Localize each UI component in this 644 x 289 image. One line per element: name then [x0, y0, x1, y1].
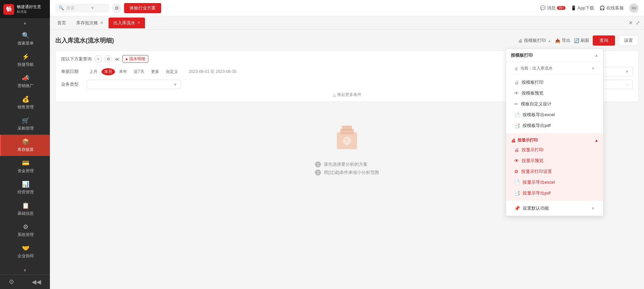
sidebar-item-inventory[interactable]: 📦 库存核算: [0, 135, 50, 156]
tab-inout-flow-close[interactable]: ✕: [137, 21, 140, 25]
empty-state-icon: ?: [330, 122, 364, 156]
sidebar-item-label: 资金管理: [18, 168, 34, 174]
empty-step-1: 1 请先选择要分析的方案: [315, 161, 379, 167]
display-print-section-icon: 🖨: [511, 138, 516, 143]
date-tab-more[interactable]: 更多: [148, 68, 162, 75]
quick-nav-icon: ⚡: [22, 53, 29, 60]
current-section: 🖨 当前：出入库流水 ▼: [506, 62, 603, 75]
date-label: 单据日期: [61, 69, 81, 75]
display-print-collapse-icon[interactable]: ▲: [594, 138, 598, 143]
sidebar-item-guide[interactable]: 🎯 新手引导: [0, 262, 50, 266]
sidebar-item-sales[interactable]: 💰 销售管理: [0, 92, 50, 113]
print-icon: 🖨: [518, 38, 523, 43]
date-tab-7days[interactable]: 近7天: [131, 68, 147, 75]
sidebar-item-label: 系统管理: [18, 232, 34, 238]
sidebar-item-label: 库存核算: [18, 147, 34, 153]
filter-tag[interactable]: ● 流水明细: [122, 55, 148, 63]
template-preview-item[interactable]: 👁 按模板预览: [506, 88, 603, 99]
template-export-pdf-item[interactable]: 📑 按模板导出pdf: [506, 120, 603, 131]
display-preview-label: 按显示预览: [522, 158, 544, 164]
display-preview-item[interactable]: 👁 按显示预览: [506, 155, 603, 166]
set-default-label: 设置默认功能: [523, 205, 549, 211]
date-tabs: 上月 本月 本年 近7天 更多 自定义: [87, 68, 181, 75]
tab-inventory-batch-close[interactable]: ✕: [100, 21, 103, 25]
step-num-2: 2: [315, 169, 321, 176]
sidebar-item-finance[interactable]: 💳 资金管理: [0, 156, 50, 177]
chevron-up-icon: △: [333, 93, 336, 97]
set-default-item[interactable]: 📌 设置默认功能 ▼: [506, 203, 603, 214]
display-print-settings-item[interactable]: ⚙ 按显示打印设置: [506, 166, 603, 177]
date-range: 2023-06-01 至 2023-06-30: [189, 69, 236, 75]
topbar-search[interactable]: 🔍 搜索 ▼: [55, 4, 109, 12]
message-action[interactable]: 💬 消息 99+: [540, 5, 565, 11]
print-btn[interactable]: 🖨 按模板打印 ▲: [518, 37, 552, 44]
date-tab-this-month[interactable]: 本月: [101, 68, 115, 75]
sidebar-item-label: 经营管理: [18, 189, 34, 195]
app-download-action[interactable]: 📱 App下载: [571, 5, 594, 11]
date-tab-this-year[interactable]: 本年: [116, 68, 130, 75]
sidebar-nav: 🔍 搜索菜单 ⚡ 快捷导航 📣 营销推广 💰 销售管理 🛒 采购管理 📦 库存核…: [0, 27, 50, 266]
tabbar: 首页 库存批次账 ✕ 出入库流水 ✕ ✕ ⤢: [50, 16, 644, 30]
logo-name: 畅捷通好生意: [17, 4, 41, 10]
avatar[interactable]: Rit: [629, 3, 639, 13]
sidebar-item-system[interactable]: ⚙ 系统管理: [0, 220, 50, 241]
sidebar-scroll-up[interactable]: ▲: [0, 19, 50, 27]
tab-inout-flow[interactable]: 出入库流水 ✕: [109, 18, 145, 28]
filter-config-btn[interactable]: ⚙: [105, 55, 112, 63]
tab-inventory-batch[interactable]: 库存批次账 ✕: [71, 18, 108, 28]
customer-service-action[interactable]: 🎧 在线客服: [599, 5, 624, 11]
template-export-excel-item[interactable]: 📄 按模板导出excel: [506, 109, 603, 120]
display-export-pdf-icon: 📑: [514, 190, 520, 196]
sidebar-item-business[interactable]: 📊 经营管理: [0, 177, 50, 199]
business-type-dropdown[interactable]: ▼: [87, 80, 181, 89]
topbar-gear-btn[interactable]: ⚙: [112, 3, 121, 13]
page-header: 出入库流水(流水明细) 🖨 按模板打印 ▲ 📤 导出 🔄 刷新 查询 设置: [55, 35, 639, 46]
sidebar-bottom: ⚙ ◀◀: [0, 274, 50, 289]
collapse-sidebar-icon[interactable]: ◀◀: [32, 278, 41, 286]
export-btn[interactable]: 📤 导出: [555, 37, 570, 44]
filter-settings-btn[interactable]: 设置: [618, 35, 639, 46]
marketing-icon: 📣: [22, 74, 29, 82]
display-print-settings-icon: ⚙: [514, 169, 519, 174]
logo-icon: 畅: [3, 4, 14, 15]
voucher-type-arrow-icon: ▼: [625, 69, 629, 74]
sidebar-item-base[interactable]: 📋 基础信息: [0, 199, 50, 220]
date-tab-last-month[interactable]: 上月: [87, 68, 100, 75]
topbar-search-icon: 🔍: [59, 5, 64, 10]
settings-bottom-icon[interactable]: ⚙: [9, 278, 14, 286]
sidebar-scroll-down[interactable]: ▼: [0, 266, 50, 274]
display-print-section-header: 🖨 按显示打印 ▲: [506, 135, 603, 144]
current-flow-item[interactable]: 🖨 当前：出入库流水 ▼: [506, 64, 603, 73]
expand-window-icon[interactable]: ⤢: [636, 20, 640, 26]
topbar: 🔍 搜索 ▼ ⚙ 体验行业方案 💬 消息 99+ 📱 App下载 🎧 在线客服: [50, 0, 644, 16]
display-export-excel-icon: 📄: [514, 180, 520, 185]
sidebar-item-marketing[interactable]: 📣 营销推广: [0, 71, 50, 92]
date-tab-custom[interactable]: 自定义: [163, 68, 181, 75]
business-type-value: [90, 81, 95, 87]
close-window-icon[interactable]: ✕: [628, 20, 633, 26]
display-export-pdf-item[interactable]: 📑 按显示导出pdf: [506, 188, 603, 199]
set-default-icon: 📌: [514, 206, 520, 211]
warehouse-more-icon[interactable]: ···: [625, 82, 629, 87]
template-preview-label: 按模板预览: [522, 90, 544, 96]
search-icon: 🔍: [22, 32, 29, 39]
sidebar-item-quick-nav[interactable]: ⚡ 快捷导航: [0, 50, 50, 71]
inventory-icon: 📦: [22, 138, 29, 146]
default-section: 📌 设置默认功能 ▼: [506, 201, 603, 216]
template-design-item[interactable]: ✏ 模板自定义设计: [506, 99, 603, 109]
display-print-item[interactable]: 🖨 按显示打印: [506, 144, 603, 155]
refresh-label: 刷新: [581, 37, 589, 44]
print-dropdown-collapse-icon[interactable]: ▲: [594, 53, 598, 58]
display-export-excel-item[interactable]: 📄 按显示导出excel: [506, 177, 603, 188]
refresh-btn[interactable]: 🔄 刷新: [574, 37, 589, 44]
trial-btn[interactable]: 体验行业方案: [124, 3, 161, 13]
sidebar-item-purchase[interactable]: 🛒 采购管理: [0, 113, 50, 135]
query-btn[interactable]: 查询: [593, 35, 615, 46]
filter-add-btn[interactable]: ＋: [94, 55, 102, 63]
filter-collapse-btn[interactable]: ≪: [115, 56, 120, 62]
sidebar-item-search[interactable]: 🔍 搜索菜单: [0, 28, 50, 50]
tab-home[interactable]: 首页: [53, 18, 71, 28]
template-print-item[interactable]: 🖨 按模板打印: [506, 77, 603, 88]
sidebar-item-enterprise[interactable]: 🤝 企业协同: [0, 241, 50, 262]
phone-icon: 📱: [571, 5, 576, 10]
